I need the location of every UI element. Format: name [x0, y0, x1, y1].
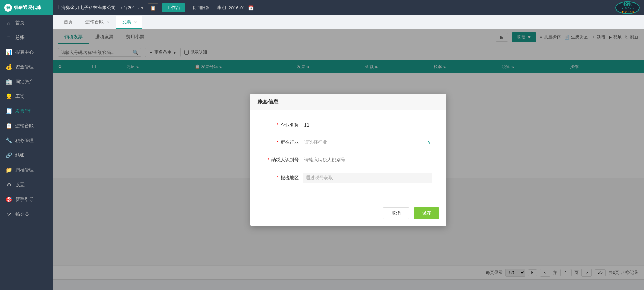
form-row-industry: * 所在行业 请选择行业 ∨ — [264, 138, 432, 147]
sidebar-item-funds[interactable]: 💰 资金管理 — [0, 60, 53, 74]
required-star: * — [268, 157, 269, 162]
industry-field[interactable]: 请选择行业 ∨ — [303, 138, 432, 147]
taxid-input[interactable] — [303, 156, 432, 164]
reports-icon: 📊 — [6, 49, 12, 55]
taxid-label: * 纳税人识别号 — [264, 157, 303, 163]
payroll-icon: 👷 — [6, 93, 12, 100]
period-label: 账期 — [217, 5, 226, 11]
form-row-taxid: * 纳税人识别号 — [264, 156, 432, 164]
sidebar-item-assets[interactable]: 🏢 固定资产 — [0, 74, 53, 89]
purchase-sales-icon: 📋 — [6, 123, 12, 129]
tab-purchase-sales[interactable]: 进销台账 × — [80, 16, 115, 29]
tab-ps-close[interactable]: × — [107, 20, 109, 24]
funds-icon: 💰 — [6, 64, 12, 70]
sidebar-item-label: 总账 — [15, 34, 25, 41]
sidebar-item-ledger[interactable]: ≡ 总账 — [0, 30, 53, 45]
sidebar-item-label: 固定资产 — [15, 79, 34, 85]
topbar-right: 49% ▲ 8.5K/s ▼ 2.6K/s — [615, 1, 640, 14]
company-icon-btn[interactable]: 📋 — [148, 3, 158, 12]
tab-invoice-label: 发票 — [122, 19, 131, 25]
dialog-body: * 企业名称 * 所在行业 — [250, 110, 446, 202]
taxid-field — [303, 156, 432, 164]
sidebar-item-settings[interactable]: ⚙ 设置 — [0, 177, 53, 192]
sidebar-item-label: 资金管理 — [15, 64, 34, 70]
workbench-button[interactable]: 工作台 — [162, 3, 185, 12]
sidebar-item-vip[interactable]: V 畅会员 — [0, 207, 53, 222]
sidebar-item-label: 结账 — [15, 152, 25, 159]
company-name: 上海卯金刀电子科技有限公司_（台201... — [57, 5, 139, 11]
form-row-company: * 企业名称 — [264, 121, 432, 129]
sidebar-item-label: 发票管理 — [15, 108, 34, 114]
logo-icon: 畅 — [4, 4, 12, 12]
calendar-icon[interactable]: 📅 — [248, 5, 254, 11]
guide-icon: 🎯 — [6, 196, 12, 203]
dialog-footer: 取消 保存 — [250, 202, 446, 226]
taxregion-field: 通过税号获取 — [303, 173, 432, 183]
sidebar-item-label: 归档管理 — [15, 167, 34, 173]
industry-dropdown-icon: ∨ — [428, 140, 431, 145]
sidebar-item-label: 进销台账 — [15, 123, 34, 129]
logo: 畅 畅康通易代账 — [0, 0, 53, 15]
sidebar-item-tax[interactable]: 🔧 税务管理 — [0, 133, 53, 148]
sidebar-item-purchase-sales[interactable]: 📋 进销台账 — [0, 119, 53, 133]
sidebar-item-label: 工资 — [15, 93, 25, 100]
ledger-icon: ≡ — [6, 35, 12, 41]
company-selector[interactable]: 上海卯金刀电子科技有限公司_（台201... ▼ — [57, 5, 144, 11]
company-name-input[interactable] — [303, 121, 432, 129]
industry-select[interactable]: 请选择行业 ∨ — [303, 138, 432, 147]
speed-indicator: 49% ▲ 8.5K/s ▼ 2.6K/s — [615, 1, 640, 14]
archive-icon: 📁 — [6, 167, 12, 173]
tax-icon: 🔧 — [6, 137, 12, 144]
company-name-label: * 企业名称 — [264, 122, 303, 128]
required-star: * — [277, 140, 278, 145]
tab-invoice[interactable]: 发票 × — [116, 16, 142, 29]
logo-text: 畅康通易代账 — [14, 5, 41, 11]
tab-home[interactable]: 首页 — [58, 16, 78, 29]
speed-down: ▼ 2.6K/s — [621, 10, 634, 14]
sidebar-item-archive[interactable]: 📁 归档管理 — [0, 163, 53, 177]
invoice-icon: 🧾 — [6, 108, 12, 114]
company-dropdown-icon: ▼ — [140, 6, 144, 10]
period-display: 账期 2016-01 📅 — [217, 5, 254, 11]
form-row-taxregion: * 报税地区 通过税号获取 — [264, 173, 432, 183]
tabs-bar: 首页 进销台账 × 发票 × — [53, 15, 644, 29]
taxregion-readonly: 通过税号获取 — [303, 173, 432, 183]
speed-percent: 49% — [623, 2, 632, 7]
speed-up: ▲ 8.5K/s — [621, 7, 634, 10]
tab-invoice-close[interactable]: × — [134, 20, 137, 24]
sidebar-item-guide[interactable]: 🎯 新手引导 — [0, 192, 53, 207]
topbar: 上海卯金刀电子科技有限公司_（台201... ▼ 📋 工作台 切到旧版 账期 2… — [53, 0, 644, 15]
industry-placeholder: 请选择行业 — [304, 139, 428, 146]
sidebar-item-label: 报表中心 — [15, 49, 34, 55]
sidebar-item-close-accounts[interactable]: 🔗 结账 — [0, 148, 53, 163]
industry-label: * 所在行业 — [264, 139, 303, 146]
tab-home-label: 首页 — [64, 19, 73, 25]
sidebar-item-label: 新手引导 — [15, 196, 34, 203]
main-area: 上海卯金刀电子科技有限公司_（台201... ▼ 📋 工作台 切到旧版 账期 2… — [53, 0, 644, 290]
content-area: 销项发票 进项发票 费用小票 ⊞ 取票 ▼ ≡ 批量 — [53, 29, 644, 290]
period-value: 2016-01 — [229, 5, 245, 11]
account-info-dialog: 账套信息 * 企业名称 — [250, 94, 446, 226]
home-icon: ⌂ — [6, 20, 12, 26]
required-star: * — [277, 175, 278, 180]
close-accounts-icon: 🔗 — [6, 152, 12, 159]
sidebar-item-payroll[interactable]: 👷 工资 — [0, 89, 53, 104]
sidebar-item-label: 设置 — [15, 182, 25, 188]
old-version-button[interactable]: 切到旧版 — [189, 4, 213, 12]
assets-icon: 🏢 — [6, 79, 12, 85]
dialog-overlay: 账套信息 * 企业名称 — [53, 29, 644, 290]
sidebar: 畅 畅康通易代账 ⌂ 首页 ≡ 总账 📊 报表中心 💰 资金管理 🏢 固定资产 … — [0, 0, 53, 290]
sidebar-item-label: 首页 — [15, 20, 25, 26]
sidebar-item-reports[interactable]: 📊 报表中心 — [0, 45, 53, 60]
company-name-field — [303, 121, 432, 129]
sidebar-item-label: 畅会员 — [15, 211, 29, 217]
save-button[interactable]: 保存 — [414, 207, 439, 219]
dialog-title: 账套信息 — [250, 94, 446, 110]
sidebar-item-invoices[interactable]: 🧾 发票管理 — [0, 104, 53, 119]
cancel-button[interactable]: 取消 — [383, 207, 409, 219]
required-star: * — [277, 122, 278, 128]
taxregion-label: * 报税地区 — [264, 175, 303, 181]
vip-icon: V — [6, 211, 12, 217]
sidebar-item-label: 税务管理 — [15, 137, 34, 144]
sidebar-item-home[interactable]: ⌂ 首页 — [0, 15, 53, 30]
